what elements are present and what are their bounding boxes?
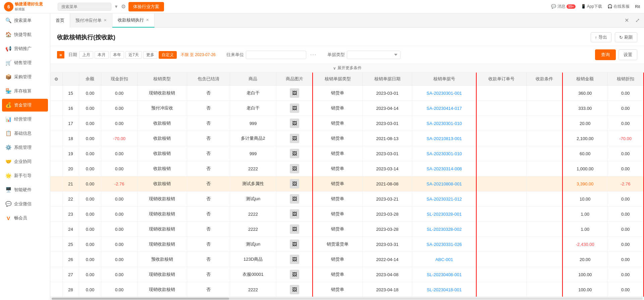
industry-btn[interactable]: 体验行业方案 [128,2,164,11]
bill-type-select[interactable] [347,51,400,59]
cell-verify-bill-type: 销货单 [313,161,363,176]
sidebar-item-marketing[interactable]: 📢 营销推广 [0,42,50,56]
sidebar-item-search[interactable]: 🔍 搜索菜单 [0,13,50,28]
online-service-link[interactable]: 🎧 在线客服 [607,4,630,9]
cell-balance: 0.00 [79,86,101,101]
cell-receipt-order-no [476,161,526,176]
cell-gear [50,282,62,297]
cell-seq: 24 [62,222,79,237]
bill-no-link[interactable]: SA-20210813-001 [427,136,462,141]
sidebar-item-member[interactable]: V 畅会员 [0,211,50,225]
date-btn-last-month[interactable]: 上月 [79,51,93,59]
col-gear[interactable]: ⚙ [50,73,62,86]
app-download-link[interactable]: 📱 App下载 [581,4,602,9]
settings-button[interactable]: 设置 [619,49,637,60]
bill-no-link[interactable]: SL-20230328-001 [427,212,462,217]
date-btn-7days[interactable]: 近7天 [125,51,142,59]
top-bar-right: 💬 消息 99+ 📱 App下载 🎧 在线客服 Rit [551,4,640,9]
cell-balance: 0.00 [79,222,101,237]
table-row: 15 0.00 0.00 现销收款核销 否 老白干 🖼 销货单 2023-03-… [50,86,644,101]
bill-no-link[interactable]: SA-20230414-017 [427,106,462,111]
top-bar: 6 畅捷通谱好生意 标准版 ▼ ⚙ 体验行业方案 💬 消息 99+ 📱 App下… [0,0,644,13]
bill-no-link[interactable]: SA-20230314-008 [427,166,462,171]
refresh-icon: ↻ [619,35,623,40]
tab-receipt[interactable]: 收款核销执行 ✕ [112,13,155,28]
bill-no-link[interactable]: SA-20230301-010 [427,121,462,126]
sidebar-item-purchase[interactable]: 📦 采购管理 [0,70,50,84]
sidebar-item-guide[interactable]: 🌟 新手引导 [0,169,50,183]
table-row: 19 0.00 0.00 收款核销 否 999 🖼 销货单 2023-03-01… [50,146,644,161]
gear-icon[interactable]: ⚙ [121,3,126,10]
cell-seq: 25 [62,237,79,252]
tab-prepay-close[interactable]: ✕ [104,18,107,23]
cell-receipt-order-no [476,176,526,191]
close-window-btn[interactable]: ✕ [623,16,631,25]
export-button[interactable]: ↑ 导出 [591,32,612,42]
date-range-display: 不限 至 2023-07-26 [181,52,216,58]
cell-verify-bill-type: 销货单 [313,207,363,222]
table-container: ⚙ 余额 现金折扣 核销类型 包含已结清 商品 商品图片 核销单据类型 核销单据… [50,73,644,297]
search-icon: 🔍 [5,17,11,24]
sidebar-item-sales[interactable]: 🛒 销售管理 [0,56,50,70]
sidebar-item-business[interactable]: 📊 经营管理 [0,112,50,126]
cell-verify-bill-date: 2021-08-08 [363,176,412,191]
sidebar-item-system[interactable]: ⚙️ 系统管理 [0,140,50,155]
cell-cash-discount: 0.00 [101,161,137,176]
cell-gear [50,146,62,161]
inventory-icon: 🏪 [5,88,11,94]
basic-icon: 📋 [5,130,11,136]
scrollbar-thumb[interactable] [52,298,229,300]
bill-no-link[interactable]: SA-20230301-010 [427,151,462,156]
top-search-input[interactable] [58,3,111,11]
bill-no-link[interactable]: SA-20210808-001 [427,181,462,186]
user-name[interactable]: Rit [635,4,640,9]
home-icon: 🏠 [5,32,11,38]
sidebar-item-finance[interactable]: 💰 资金管理 [2,99,48,112]
message-icon[interactable]: 💬 消息 99+ [551,4,576,9]
col-verify-amount: 核销金额 [562,73,607,86]
hardware-icon: 🖥️ [5,187,11,193]
cell-gear [50,191,62,207]
tab-home[interactable]: 首页 [50,13,70,28]
date-btn-this-month[interactable]: 本月 [95,51,109,59]
bill-no-link[interactable]: SL-20230418-001 [427,287,462,292]
refresh-button[interactable]: ↻ 刷新 [615,32,637,42]
bill-no-link[interactable]: SL-20230328-002 [427,227,462,232]
bill-no-link[interactable]: SA-20230331-026 [427,242,462,247]
bill-no-link[interactable]: SA-20230321-012 [427,197,462,202]
app-logo: 6 畅捷通谱好生意 标准版 [4,1,54,12]
date-btn-this-year[interactable]: 本年 [110,51,124,59]
sidebar-item-corp[interactable]: 🤝 企业协同 [0,155,50,169]
cell-product-image: 🖼 [276,86,313,101]
horizontal-scrollbar[interactable] [50,297,644,300]
date-btn-more[interactable]: 更多 [143,51,157,59]
expand-more-button[interactable]: ∨ 展开更多条件 [333,65,362,71]
filter-expand-button[interactable]: » [57,51,64,58]
col-verify-bill-no: 核销单据号 [412,73,477,86]
query-button[interactable]: 查询 [595,49,616,60]
sidebar-item-inventory[interactable]: 🏪 库存核算 [0,84,50,98]
cell-verify-type: 现销收款核销 [137,86,187,101]
sidebar-item-hardware[interactable]: 🖥️ 智能硬件 [0,183,50,197]
maximize-btn[interactable]: ⤢ [633,16,641,25]
tab-receipt-close[interactable]: ✕ [146,18,149,22]
bill-no-link[interactable]: SL-20230408-001 [427,272,462,277]
date-btn-custom[interactable]: 自定义 [159,51,177,59]
filter-bar: » 日期 上月 本月 本年 近7天 更多 自定义 不限 至 2023-07-26 [50,46,644,64]
cell-verify-discount: -70.00 [607,131,644,146]
cell-seq: 16 [62,101,79,116]
tab-prepay[interactable]: 预付冲应付单 ✕ [70,13,112,28]
cell-verify-type: 收款核销 [137,116,187,131]
sidebar-item-wechat[interactable]: 💬 企业微信 [0,197,50,211]
cell-product-image: 🖼 [276,207,313,222]
cell-verify-type: 收款核销 [137,146,187,161]
sidebar: 🔍 搜索菜单 🏠 快捷导航 📢 营销推广 🛒 销售管理 📦 采购管理 🏪 库存核… [0,13,50,300]
cell-balance: 0.00 [79,237,101,252]
sidebar-item-nav[interactable]: 🏠 快捷导航 [0,28,50,42]
bill-no-link[interactable]: SA-20230301-001 [427,91,462,96]
unit-input[interactable] [246,51,306,59]
cell-product-image: 🖼 [276,101,313,116]
cell-product-image: 🖼 [276,252,313,267]
bill-no-link[interactable]: ABC-001 [435,257,453,262]
sidebar-item-basic[interactable]: 📋 基础信息 [0,126,50,140]
